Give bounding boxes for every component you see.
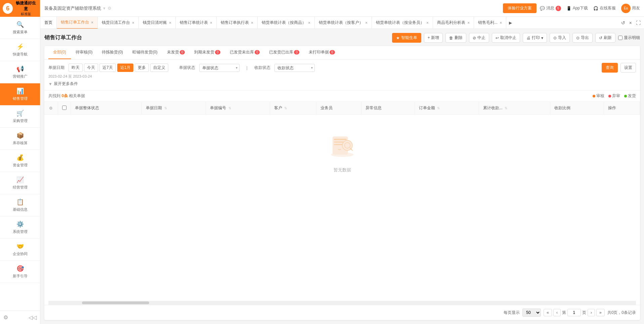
tab-sales-goods[interactable]: 销货单统计表（按商品） × [258, 17, 315, 29]
sidebar-item-finance[interactable]: 💰 资金管理 [0, 150, 40, 172]
sub-tab-all[interactable]: 全部(0) [48, 46, 71, 59]
tab-close-sales-order[interactable]: × [91, 20, 93, 25]
refresh-btn[interactable]: ↺ 刷新 [595, 33, 615, 43]
tab-refresh-icon[interactable]: ↺ [620, 19, 627, 26]
tab-gross-margin[interactable]: 商品毛利分析表 × [433, 17, 474, 29]
tab-sales-stat[interactable]: 销售订单统计表 × [176, 17, 217, 29]
sidebar-item-system[interactable]: ⚙️ 系统管理 [0, 216, 40, 239]
sidebar-item-sales[interactable]: 📊 销售管理 [0, 83, 40, 106]
th-date[interactable]: 单据日期 ⇅ [142, 102, 206, 115]
filter-settings-btn[interactable]: 设置 [620, 63, 636, 73]
sidebar-item-purchase[interactable]: 🛒 采购管理 [0, 106, 40, 128]
batch-unreview-btn[interactable]: 弃审 [608, 93, 620, 99]
accumulated-sort-icon[interactable]: ⇅ [505, 106, 507, 110]
customer-sort-icon[interactable]: ⇅ [284, 106, 287, 110]
online-service-action[interactable]: 🎧 在线客服 [593, 5, 616, 11]
batch-ship-btn[interactable]: 发货 [624, 93, 636, 99]
tab-cash-daily[interactable]: 钱货日清工作台 × [98, 17, 139, 29]
sidebar-item-quicknav[interactable]: ⚡ 快捷导航 [0, 39, 40, 61]
tab-sales-customer[interactable]: 销货单统计表（按客户） × [315, 17, 372, 29]
tab-sales-exec[interactable]: 销售订单执行表 × [217, 17, 258, 29]
date-sort-icon[interactable]: ⇅ [164, 106, 167, 110]
amount-sort-icon[interactable]: ⇅ [437, 106, 440, 110]
date-btn-yesterday[interactable]: 昨天 [69, 64, 83, 72]
number-sort-icon[interactable]: ⇅ [228, 106, 231, 110]
app-download-action[interactable]: 📱 App下载 [566, 5, 588, 11]
th-number[interactable]: 单据编号 ⇅ [206, 102, 270, 115]
sidebar-item-operations[interactable]: 📈 经营管理 [0, 172, 40, 194]
tab-close-all-icon[interactable]: × [628, 19, 633, 26]
sub-tab-overdue-ship[interactable]: 到期未发货0 [189, 46, 225, 59]
expand-filter-btn[interactable]: ▼ 展开更多条件 [48, 81, 636, 87]
status-select[interactable]: 单据状态 待审核 已审核 已完成 已中止 [199, 64, 240, 72]
sidebar-item-marketing[interactable]: 📢 营销推广 [0, 61, 40, 83]
show-detail-checkbox-label[interactable]: 显示明细 [618, 35, 640, 41]
add-btn[interactable]: + 新增 [424, 33, 443, 43]
sub-tab-pending-check[interactable]: 待拣验货(0) [97, 46, 128, 59]
tab-close-cash-daily[interactable]: × [132, 21, 134, 25]
tab-sales-order[interactable]: 销售订单工作台 × [57, 17, 98, 29]
tab-fullscreen-icon[interactable]: ⛶ [635, 19, 642, 26]
th-customer[interactable]: 客户 ⇅ [270, 102, 316, 115]
tab-cash-reconcile[interactable]: 钱货日清对账 × [139, 17, 176, 29]
tab-close-sales-customer[interactable]: × [365, 21, 368, 25]
tab-sales-staff[interactable]: 销货单统计表（按业务员） × [372, 17, 433, 29]
date-btn-more[interactable]: 更多 [135, 64, 149, 72]
show-detail-checkbox[interactable] [618, 36, 622, 40]
title-dropdown-icon[interactable]: ▾ [103, 6, 105, 11]
sub-tab-shipped-not-out[interactable]: 已发货未出库0 [225, 46, 265, 59]
last-page-btn[interactable]: » [596, 309, 605, 316]
select-all-checkbox[interactable] [62, 106, 67, 110]
stop-btn[interactable]: ⊘ 中止 [469, 33, 489, 43]
tab-close-sales-goods[interactable]: × [308, 21, 310, 25]
date-btn-7days[interactable]: 近7天 [99, 64, 116, 72]
tab-close-cash-reconcile[interactable]: × [169, 21, 171, 25]
message-action[interactable]: 💬 消息 6 [540, 5, 561, 11]
cancel-stop-btn[interactable]: ↩ 取消中止 [492, 33, 520, 43]
sub-tab-shipped-out[interactable]: 已发货已出库0 [264, 46, 304, 59]
export-btn[interactable]: ⊙ 导出 [572, 33, 593, 43]
first-page-btn[interactable]: « [544, 309, 552, 316]
tab-sales-gross[interactable]: 销售毛利... × [474, 17, 506, 29]
collapse-button[interactable]: ◁◁ [29, 314, 37, 321]
th-amount[interactable]: 订单金额 ⇅ [415, 102, 479, 115]
settings-button[interactable]: ⚙ [3, 314, 8, 321]
tab-close-sales-stat[interactable]: × [210, 21, 212, 25]
sub-tab-unprinted[interactable]: 未打印单据0 [304, 46, 340, 59]
tab-close-sales-exec[interactable]: × [251, 21, 253, 25]
sidebar-item-guide[interactable]: 🎯 新手引导 [0, 261, 40, 283]
date-btn-today[interactable]: 今天 [84, 64, 98, 72]
tab-close-gross-margin[interactable]: × [467, 21, 470, 25]
settings-link-icon[interactable]: ⚙ [108, 6, 112, 11]
column-settings-icon[interactable]: ⚙ [49, 106, 53, 111]
tab-home[interactable]: 首页 [40, 17, 57, 29]
batch-review-btn[interactable]: 审核 [593, 93, 604, 99]
sub-tab-wangpu-ship[interactable]: 旺铺待发货(0) [128, 46, 162, 59]
user-action[interactable]: Ea 用友 [621, 4, 640, 13]
date-btn-custom[interactable]: 自定义 [150, 64, 168, 72]
industry-btn[interactable]: 体验行业方案 [503, 3, 536, 13]
page-input[interactable] [567, 309, 581, 316]
sidebar-item-basic-info[interactable]: 📋 基础信息 [0, 194, 40, 216]
prev-page-btn[interactable]: ‹ [553, 309, 561, 316]
query-btn[interactable]: 查询 [602, 63, 618, 73]
tab-close-sales-staff[interactable]: × [426, 21, 429, 25]
sidebar-item-search[interactable]: 🔍 搜索菜单 [0, 17, 40, 39]
date-btn-1month[interactable]: 近1月 [117, 64, 134, 72]
sidebar-item-inventory[interactable]: 📦 库存核算 [0, 128, 40, 150]
import-btn[interactable]: ⊙ 导入 [550, 33, 570, 43]
tabs-more-btn[interactable]: ▶ [506, 21, 515, 25]
th-checkbox[interactable] [58, 102, 71, 115]
horizontal-scrollbar[interactable] [48, 301, 636, 305]
th-accumulated[interactable]: 累计收款... ⇅ [479, 102, 550, 115]
smart-create-btn[interactable]: ★ 智能生单 [392, 33, 421, 43]
next-page-btn[interactable]: › [588, 309, 595, 316]
payment-select[interactable]: 收款状态 未收款 部分收款 已收款 [274, 64, 315, 72]
th-settings[interactable]: ⚙ [44, 102, 58, 115]
sub-tab-pending-review[interactable]: 待审核(0) [71, 46, 97, 59]
sub-tab-unshipped[interactable]: 未发货0 [162, 46, 190, 59]
sidebar-item-enterprise[interactable]: 🤝 企业协同 [0, 239, 40, 261]
per-page-select[interactable]: 10 20 50 100 [522, 309, 541, 317]
scrollbar-thumb[interactable] [82, 301, 149, 304]
delete-btn[interactable]: 🗑 删除 [445, 33, 466, 43]
